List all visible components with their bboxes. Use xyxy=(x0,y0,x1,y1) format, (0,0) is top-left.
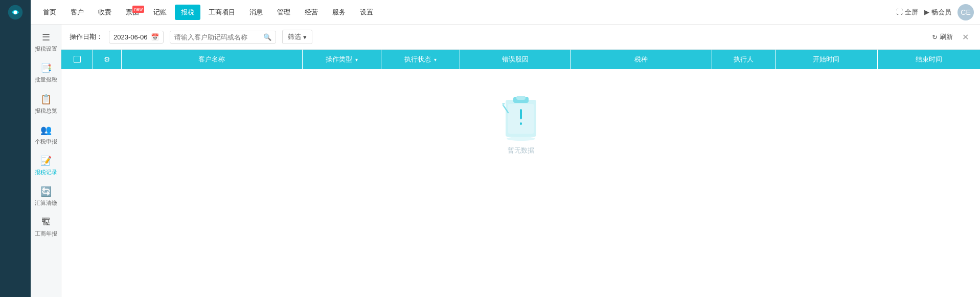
empty-state-row: 暂无数据 xyxy=(61,69,980,176)
nav-manage[interactable]: 管理 xyxy=(271,5,297,20)
svg-rect-7 xyxy=(520,122,522,125)
personal-tax-label: 个税申报 xyxy=(35,138,57,145)
remit-icon: 🔄 xyxy=(40,186,52,197)
sub-annual-report[interactable]: 🏗 工商年报 xyxy=(31,212,61,242)
nav-home[interactable]: 首页 xyxy=(37,5,62,20)
batch-tax-label: 批量报税 xyxy=(35,76,57,83)
empty-state: 暂无数据 xyxy=(61,69,980,176)
nav-settings[interactable]: 设置 xyxy=(354,5,379,20)
nav-customer[interactable]: 客户 xyxy=(64,5,90,20)
logo xyxy=(0,0,31,25)
th-executor: 执行人 xyxy=(712,50,775,69)
tax-settings-icon: ☰ xyxy=(42,32,50,43)
refresh-button[interactable]: ↻ 刷新 xyxy=(932,32,953,41)
search-input[interactable] xyxy=(174,33,260,41)
sidebar xyxy=(0,0,31,297)
vip-label: 畅会员 xyxy=(931,8,951,17)
status-filter-icon[interactable]: ▾ xyxy=(434,57,437,62)
nav-items: 首页 客户 收费 票据 new 记账 报税 工商项目 消息 管理 经营 服务 设… xyxy=(37,5,896,20)
table-wrap: ⚙ 客户名称 操作类型 ▾ 执行状态 ▾ 错误股因 xyxy=(61,50,980,297)
fullscreen-icon: ⛶ xyxy=(896,8,903,16)
date-value: 2023-06-06 xyxy=(113,33,148,41)
sub-tax-overview[interactable]: 📋 报税总览 xyxy=(31,89,61,119)
search-box[interactable]: 🔍 xyxy=(170,31,276,44)
main: 首页 客户 收费 票据 new 记账 报税 工商项目 消息 管理 经营 服务 设… xyxy=(31,0,980,297)
nav-service[interactable]: 服务 xyxy=(326,5,352,20)
filter-label: 筛选 xyxy=(288,32,301,41)
sub-batch-tax[interactable]: 📑 批量报税 xyxy=(31,57,61,88)
empty-illustration xyxy=(498,90,544,141)
topnav-right: ⛶ 全屏 ▶ 畅会员 CE xyxy=(896,4,974,20)
nav-invoice[interactable]: 票据 new xyxy=(120,5,145,20)
optype-filter-icon[interactable]: ▾ xyxy=(355,57,358,62)
topnav: 首页 客户 收费 票据 new 记账 报税 工商项目 消息 管理 经营 服务 设… xyxy=(31,0,980,25)
svg-rect-5 xyxy=(516,96,526,100)
th-check xyxy=(61,50,93,69)
close-button[interactable]: ✕ xyxy=(959,31,972,43)
batch-tax-icon: 📑 xyxy=(40,62,52,74)
sub-remit[interactable]: 🔄 汇算清缴 xyxy=(31,181,61,211)
empty-text: 暂无数据 xyxy=(508,146,534,155)
nav-operate[interactable]: 经营 xyxy=(299,5,324,20)
content: ☰ 报税设置 📑 批量报税 📋 报税总览 👥 个税申报 📝 报税记录 🔄 xyxy=(31,25,980,297)
fullscreen-btn[interactable]: ⛶ 全屏 xyxy=(896,8,918,17)
svg-rect-6 xyxy=(520,109,522,119)
svg-point-10 xyxy=(507,137,535,141)
page-area: 操作日期： 2023-06-06 📅 🔍 筛选 ▾ ↻ 刷新 xyxy=(61,25,980,297)
empty-state-cell: 暂无数据 xyxy=(61,69,980,176)
tax-overview-label: 报税总览 xyxy=(35,107,57,114)
sub-personal-tax[interactable]: 👥 个税申报 xyxy=(31,119,61,150)
sub-tax-settings[interactable]: ☰ 报税设置 xyxy=(31,27,61,57)
annual-report-label: 工商年报 xyxy=(35,230,57,237)
th-end: 结束时间 xyxy=(878,50,980,69)
th-start: 开始时间 xyxy=(775,50,877,69)
calendar-icon: 📅 xyxy=(151,33,159,41)
nav-account[interactable]: 记账 xyxy=(147,5,173,20)
nav-message[interactable]: 消息 xyxy=(243,5,269,20)
avatar[interactable]: CE xyxy=(958,4,974,20)
data-table: ⚙ 客户名称 操作类型 ▾ 执行状态 ▾ 错误股因 xyxy=(61,50,980,176)
tax-settings-label: 报税设置 xyxy=(35,45,57,52)
refresh-icon: ↻ xyxy=(932,33,938,41)
nav-tax[interactable]: 报税 xyxy=(175,5,200,20)
table-body: 暂无数据 xyxy=(61,69,980,176)
th-tax: 税种 xyxy=(571,50,712,69)
vip-icon: ▶ xyxy=(924,8,929,16)
toolbar: 操作日期： 2023-06-06 📅 🔍 筛选 ▾ ↻ 刷新 xyxy=(61,25,980,50)
th-name: 客户名称 xyxy=(121,50,302,69)
tax-overview-icon: 📋 xyxy=(40,94,52,105)
settings-icon[interactable]: ⚙ xyxy=(97,55,117,63)
refresh-label: 刷新 xyxy=(940,32,953,41)
date-label: 操作日期： xyxy=(70,32,103,41)
select-all-checkbox[interactable] xyxy=(74,56,81,63)
th-optype: 操作类型 ▾ xyxy=(303,50,381,69)
nav-fee[interactable]: 收费 xyxy=(92,5,118,20)
nav-business[interactable]: 工商项目 xyxy=(202,5,241,20)
th-status: 执行状态 ▾ xyxy=(381,50,460,69)
remit-label: 汇算清缴 xyxy=(35,199,57,206)
vip-btn[interactable]: ▶ 畅会员 xyxy=(924,8,951,17)
chevron-down-icon: ▾ xyxy=(303,33,307,41)
th-settings: ⚙ xyxy=(93,50,121,69)
new-badge: new xyxy=(132,6,144,13)
filter-button[interactable]: 筛选 ▾ xyxy=(282,30,312,44)
svg-point-1 xyxy=(13,10,17,14)
annual-report-icon: 🏗 xyxy=(41,217,51,228)
fullscreen-label: 全屏 xyxy=(905,8,918,17)
tax-record-label: 报税记录 xyxy=(35,168,57,176)
table-header-row: ⚙ 客户名称 操作类型 ▾ 执行状态 ▾ 错误股因 xyxy=(61,50,980,69)
svg-marker-9 xyxy=(502,103,505,106)
tax-record-icon: 📝 xyxy=(40,155,52,166)
sub-sidebar: ☰ 报税设置 📑 批量报税 📋 报税总览 👥 个税申报 📝 报税记录 🔄 xyxy=(31,25,61,297)
th-error: 错误股因 xyxy=(460,50,571,69)
date-picker[interactable]: 2023-06-06 📅 xyxy=(109,31,164,44)
sub-tax-record[interactable]: 📝 报税记录 xyxy=(31,150,61,181)
personal-tax-icon: 👥 xyxy=(40,124,52,136)
search-icon: 🔍 xyxy=(263,33,271,41)
